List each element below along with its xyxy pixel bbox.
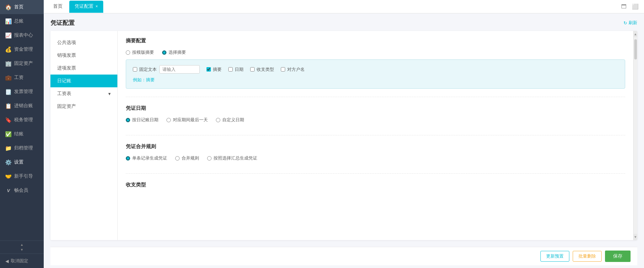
tax-icon: 🔖 [5, 117, 11, 123]
checkbox-counterpart[interactable]: 对方户名 [281, 66, 305, 73]
checkbox-fixed-text[interactable]: 固定文本 [133, 66, 157, 73]
checkbox-summary[interactable]: 摘要 [206, 66, 222, 73]
funds-icon: 💰 [5, 46, 11, 52]
sidebar-item-guide[interactable]: 🤝 新手引导 [0, 169, 44, 183]
bottom-action-bar: 更新预置 批量删除 保存 [50, 247, 637, 265]
inner-layout: 公共选项 销项发票 进项发票 日记账 工资表 ▾ 固定资产 [50, 31, 637, 240]
tab-restore-button[interactable]: 🗖 [620, 2, 628, 11]
sidebar-item-settlement[interactable]: ✅ 结账 [0, 127, 44, 141]
sidebar-item-fixed-assets[interactable]: 🏢 固定资产 [0, 56, 44, 71]
radio-single-record[interactable]: 单条记录生成凭证 [126, 155, 167, 161]
checkbox-date[interactable]: 日期 [228, 66, 243, 73]
left-nav-item-public[interactable]: 公共选项 [50, 36, 117, 49]
tab-home[interactable]: 首页 [48, 1, 68, 13]
section-title-merge-rules: 凭证合并规则 [126, 143, 625, 150]
left-nav-item-payroll-table[interactable]: 工资表 ▾ [50, 87, 117, 100]
section-title-income-expense: 收支类型 [126, 182, 625, 188]
voucher-date-radio-row: 按日记账日期 对应期间最后一天 自定义日期 [126, 117, 625, 123]
sidebar-scroll-down[interactable]: ▼ [20, 247, 24, 252]
sidebar-item-settings[interactable]: ⚙️ 设置 [0, 155, 44, 169]
payroll-icon: 💼 [5, 75, 11, 81]
home-icon: 🏠 [5, 4, 11, 10]
save-button[interactable]: 保存 [605, 251, 631, 262]
chevron-down-icon: ▾ [108, 91, 111, 96]
sidebar-scroll-up[interactable]: ▲ [20, 242, 24, 247]
reports-icon: 📈 [5, 32, 11, 38]
batch-delete-button[interactable]: 批量删除 [573, 251, 602, 262]
checkbox-income-expense[interactable]: 收支类型 [250, 66, 274, 73]
invoice-mgmt-icon: 🗒️ [5, 89, 11, 95]
sidebar-item-payroll[interactable]: 💼 工资 [0, 71, 44, 85]
page-title: 凭证配置 [50, 19, 75, 27]
sidebar-item-ledger[interactable]: 📊 总账 [0, 14, 44, 28]
merge-rules-radio-row: 单条记录生成凭证 合并规则 按照选择汇总生成凭证 [126, 155, 625, 161]
sidebar-item-tax[interactable]: 🔖 税务管理 [0, 113, 44, 127]
tab-bar: 首页 凭证配置 × 🗖 ⬜ [44, 0, 644, 13]
section-summary-config: 摘要配置 按模版摘要 选择摘要 [126, 38, 625, 97]
fixed-text-wrap: 固定文本 [133, 65, 200, 74]
sidebar-item-home[interactable]: 🏠 首页 [0, 0, 44, 14]
section-merge-rules: 凭证合并规则 单条记录生成凭证 合并规则 按照选择汇总生成凭证 [126, 143, 625, 174]
outer-scrollbar: ▲ ▼ [633, 31, 637, 240]
left-nav: 公共选项 销项发票 进项发票 日记账 工资表 ▾ 固定资产 [50, 31, 118, 240]
scroll-up-button[interactable]: ▲ [634, 31, 637, 37]
scroll-down-button[interactable]: ▼ [634, 234, 637, 240]
tab-voucher-config[interactable]: 凭证配置 × [69, 1, 103, 13]
ledger-icon: 📊 [5, 18, 11, 24]
left-nav-item-fixed-assets[interactable]: 固定资产 [50, 100, 117, 113]
settings-icon: ⚙️ [5, 159, 11, 165]
radio-custom-date[interactable]: 自定义日期 [216, 117, 244, 123]
example-text: 例如：摘要 [133, 77, 618, 83]
radio-last-day[interactable]: 对应期间最后一天 [166, 117, 208, 123]
scroll-thumb[interactable] [634, 39, 637, 59]
section-title-summary: 摘要配置 [126, 38, 625, 44]
sidebar-item-purchase-sales[interactable]: 📋 进销台账 [0, 99, 44, 113]
sidebar-item-member[interactable]: V 畅会员 [0, 183, 44, 197]
radio-template-summary[interactable]: 按模版摘要 [126, 49, 154, 55]
cancel-pin-button[interactable]: ◀ 取消固定 [0, 254, 44, 268]
main-area: 首页 凭证配置 × 🗖 ⬜ 凭证配置 ↻ 刷新 公共选项 销项发票 进 [44, 0, 644, 268]
archive-icon: 📁 [5, 145, 11, 151]
tab-maximize-button[interactable]: ⬜ [631, 2, 640, 11]
section-title-voucher-date: 凭证日期 [126, 105, 625, 111]
radio-select-summary[interactable]: 选择摘要 [162, 49, 186, 55]
refresh-icon: ↻ [623, 20, 627, 26]
sidebar-item-funds[interactable]: 💰 资金管理 [0, 42, 44, 56]
page-header: 凭证配置 ↻ 刷新 [44, 13, 644, 31]
summary-config-box: 固定文本 摘要 日期 [126, 59, 625, 89]
sidebar: 🏠 首页 📊 总账 📈 报表中心 💰 资金管理 🏢 固定资产 💼 工资 🗒️ 发… [0, 0, 44, 268]
summary-options-row: 固定文本 摘要 日期 [133, 65, 618, 74]
guide-icon: 🤝 [5, 173, 11, 179]
tab-bar-actions: 🗖 ⬜ [620, 2, 640, 11]
section-voucher-date: 凭证日期 按日记账日期 对应期间最后一天 自定义日期 [126, 105, 625, 135]
radio-select-merge[interactable]: 按照选择汇总生成凭证 [207, 155, 257, 161]
refresh-button[interactable]: ↻ 刷新 [623, 20, 637, 26]
fixed-text-input[interactable] [159, 65, 200, 74]
tab-close-icon[interactable]: × [96, 4, 98, 9]
update-preview-button[interactable]: 更新预置 [540, 251, 569, 262]
purchase-sales-icon: 📋 [5, 103, 11, 109]
section-income-expense-type: 收支类型 [126, 182, 625, 202]
member-icon: V [5, 187, 11, 193]
fixed-assets-icon: 🏢 [5, 60, 11, 66]
settlement-icon: ✅ [5, 131, 11, 137]
radio-merge[interactable]: 合并规则 [175, 155, 199, 161]
left-nav-item-journal[interactable]: 日记账 [50, 75, 117, 87]
summary-radio-row: 按模版摘要 选择摘要 [126, 49, 625, 55]
sidebar-item-archive[interactable]: 📁 归档管理 [0, 141, 44, 155]
sidebar-item-invoice-mgmt[interactable]: 🗒️ 发票管理 [0, 85, 44, 99]
radio-journal-date[interactable]: 按日记账日期 [126, 117, 158, 123]
sidebar-item-reports[interactable]: 📈 报表中心 [0, 28, 44, 42]
right-content: 摘要配置 按模版摘要 选择摘要 [118, 31, 633, 240]
left-nav-item-sales-invoice[interactable]: 销项发票 [50, 49, 117, 62]
left-nav-item-purchase-invoice[interactable]: 进项发票 [50, 62, 117, 75]
pin-icon: ◀ [5, 259, 9, 264]
